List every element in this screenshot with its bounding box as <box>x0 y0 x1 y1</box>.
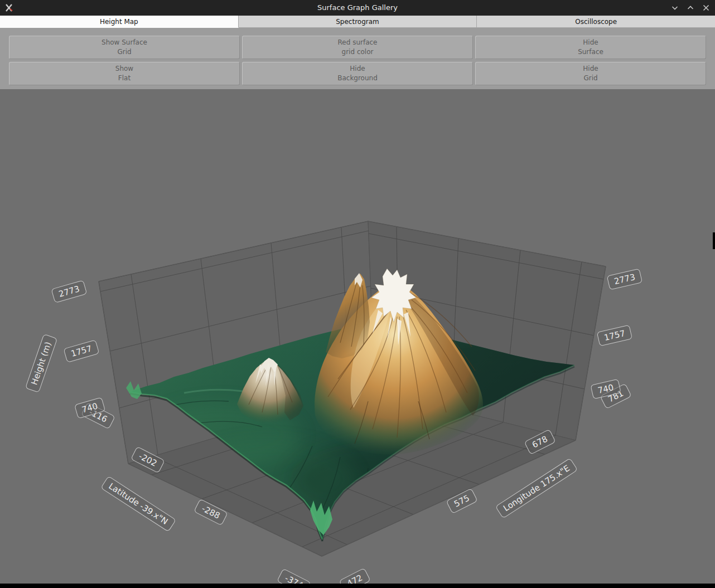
window-title: Surface Graph Gallery <box>0 0 715 16</box>
window-controls <box>669 0 712 16</box>
control-panel: Show Surface Grid Red surface grid color… <box>0 28 715 89</box>
button-label: Surface <box>578 47 603 57</box>
close-button[interactable] <box>700 2 712 13</box>
button-label: Grid <box>117 47 131 57</box>
button-label: Grid <box>583 74 597 83</box>
tab-oscilloscope[interactable]: Oscilloscope <box>477 16 715 28</box>
hide-grid-button[interactable]: Hide Grid <box>475 62 706 85</box>
unshade-button[interactable] <box>685 2 696 13</box>
close-icon <box>701 3 711 13</box>
bottom-black-bar <box>0 584 715 588</box>
chevron-up-icon <box>685 3 695 13</box>
button-label: Red surface <box>338 38 378 47</box>
show-flat-button[interactable]: Show Flat <box>9 62 240 85</box>
button-label: grid color <box>342 47 374 57</box>
tab-height-map[interactable]: Height Map <box>0 16 239 28</box>
hide-background-button[interactable]: Hide Background <box>242 62 473 85</box>
surface-grid-color-button[interactable]: Red surface grid color <box>242 36 473 59</box>
button-label: Hide <box>583 64 598 74</box>
show-surface-grid-button[interactable]: Show Surface Grid <box>9 36 240 59</box>
hide-surface-button[interactable]: Hide Surface <box>475 36 706 59</box>
tab-spectrogram[interactable]: Spectrogram <box>239 16 477 28</box>
surface-plot[interactable]: Height (m) 2773 1757 -116 740 -202 -288 … <box>0 89 715 588</box>
chevron-down-icon <box>670 3 680 13</box>
shade-button[interactable] <box>669 2 680 13</box>
titlebar: Surface Graph Gallery <box>0 0 715 16</box>
button-label: Show <box>115 64 133 74</box>
button-label: Flat <box>118 74 131 83</box>
button-label: Hide <box>583 38 598 47</box>
button-label: Background <box>337 74 378 83</box>
button-label: Hide <box>350 64 365 74</box>
right-edge-notch <box>713 232 715 249</box>
button-label: Show Surface <box>102 38 147 47</box>
tabbar: Height Map Spectrogram Oscilloscope <box>0 16 715 28</box>
